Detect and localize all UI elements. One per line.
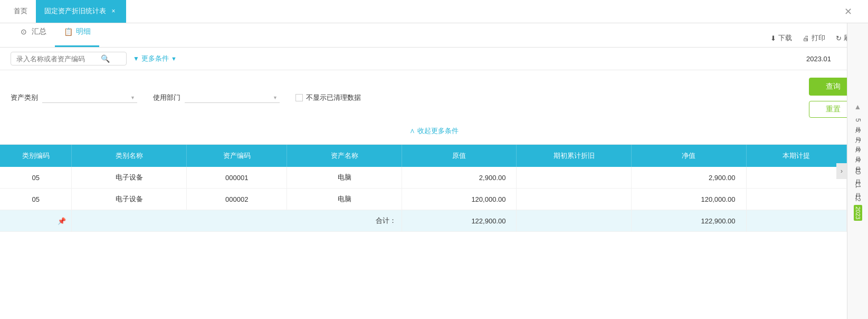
home-nav[interactable]: 首页 [5,6,36,16]
cell-asset-name: 电脑 [287,167,402,189]
summary-icon: ⊙ [19,27,28,36]
print-icon: 🖨 [803,34,809,42]
col-current-period: 本期计提 [746,145,846,167]
col-net-value: 净值 [632,145,747,167]
month-10[interactable]: 10月 [851,164,864,177]
col-category-name: 类别名称 [72,145,187,167]
hide-cleared-label: 不显示已清理数据 [306,93,361,102]
year-badge: 2023 [854,205,862,221]
window-close-btn[interactable]: ✕ [844,0,852,23]
download-icon: ⬇ [770,34,776,42]
cell-net-val: 2,900.00 [632,167,747,189]
hide-cleared-checkbox[interactable]: 不显示已清理数据 [295,93,361,102]
download-label: 下载 [778,33,792,43]
month-12[interactable]: 12月 [851,191,864,204]
table-total-row: 📌 合计： 122,900.00 122,900.00 [0,210,847,232]
month-8[interactable]: 8月 [851,145,864,155]
scroll-up-btn[interactable]: ▲ [854,102,862,111]
asset-type-label: 资产类别 [11,93,38,102]
print-label: 打印 [812,33,825,43]
asset-type-select[interactable] [42,92,137,103]
department-select[interactable] [185,92,280,103]
department-filter: 使用部门 [153,92,280,103]
summary-label: 汇总 [32,27,46,36]
search-bar: 🔍 ▼ 更多条件 ▼ › 2023.01 [0,48,868,70]
cell-asset-name: 电脑 [287,189,402,210]
search-icon[interactable]: 🔍 [101,54,110,63]
chevron-down-icon: ▼ [171,55,177,62]
tab-label: 固定资产折旧统计表 [44,6,106,16]
department-select-wrapper[interactable] [185,92,280,103]
filter-panel: 资产类别 使用部门 不显示已清理数据 [0,70,868,145]
col-accumulated-dep: 期初累计折旧 [517,145,632,167]
date-nav-chevron[interactable]: › [836,163,847,179]
total-icon-cell: 📌 [0,210,72,232]
table-header-row: 类别编码 类别名称 资产编码 资产名称 原值 期初累计折旧 净值 本期计提 [0,145,847,167]
total-cur-period [746,210,846,232]
total-accum-dep [517,210,632,232]
col-original-value: 原值 [402,145,517,167]
more-conditions-label: 更多条件 [141,54,169,63]
month-11[interactable]: 11月 [851,178,864,191]
date-label: 2023.01 [806,55,831,63]
total-net-val: 122,900.00 [632,210,747,232]
asset-type-select-wrapper[interactable] [42,92,137,103]
filter-row-1: 资产类别 使用部门 不显示已清理数据 [11,78,857,118]
top-nav: 首页 固定资产折旧统计表 × ✕ [0,0,868,23]
table-row: 05 电子设备 000001 电脑 2,900.00 2,900.00 [0,167,847,189]
department-label: 使用部门 [153,93,180,102]
main-tab[interactable]: 固定资产折旧统计表 × [36,0,126,23]
col-category-code: 类别编码 [0,145,72,167]
more-conditions-btn[interactable]: ▼ 更多条件 ▼ [133,54,177,63]
cell-asset-code: 000001 [187,167,287,189]
tab-close-icon[interactable]: × [109,7,118,15]
month-sidebar: ▲ 5月 6月 7月 8月 9月 10月 11月 12月 2023 [847,23,868,319]
collapse-icon: ∧ [409,127,415,135]
tab-summary[interactable]: ⊙ 汇总 [11,23,55,47]
detail-icon: 📋 [63,27,73,36]
cell-asset-code: 000002 [187,189,287,210]
month-9[interactable]: 9月 [851,155,864,165]
cell-accum-dep [517,167,632,189]
checkbox-icon [295,94,303,101]
cell-accum-dep [517,189,632,210]
download-button[interactable]: ⬇ 下载 [770,33,792,43]
total-label-cell: 合计： [72,210,402,232]
cell-cat-name: 电子设备 [72,167,187,189]
cell-cat-name: 电子设备 [72,189,187,210]
cell-orig-val: 2,900.00 [402,167,517,189]
month-7[interactable]: 7月 [851,135,864,145]
col-asset-name: 资产名称 [287,145,402,167]
table-row: 05 电子设备 000002 电脑 120,000.00 120,000.00 [0,189,847,210]
data-table: 类别编码 类别名称 资产编码 资产名称 原值 期初累计折旧 净值 本期计提 05… [0,145,847,232]
cell-cat-code: 05 [0,167,72,189]
cell-net-val: 120,000.00 [632,189,747,210]
month-5[interactable]: 5月 [851,115,864,125]
asset-type-filter: 资产类别 [11,92,137,103]
cell-orig-val: 120,000.00 [402,189,517,210]
sub-tabs-bar: ⊙ 汇总 📋 明细 ⬇ 下载 🖨 打印 ↻ 刷新 [0,23,868,48]
filter-icon: ▼ [133,55,139,62]
cell-cat-code: 05 [0,189,72,210]
search-input[interactable] [16,55,101,63]
cell-cur-period [746,167,846,189]
toolbar-right: ⬇ 下载 🖨 打印 ↻ 刷新 [770,33,857,47]
collapse-label: 收起更多条件 [417,127,459,135]
search-input-wrapper[interactable]: 🔍 [11,52,127,65]
month-6[interactable]: 6月 [851,125,864,135]
col-asset-code: 资产编码 [187,145,287,167]
main-content: ⊙ 汇总 📋 明细 ⬇ 下载 🖨 打印 ↻ 刷新 🔍 [0,23,868,319]
cell-cur-period [746,189,846,210]
total-orig-val: 122,900.00 [402,210,517,232]
tab-detail[interactable]: 📋 明细 [55,23,99,47]
refresh-icon: ↻ [836,34,842,42]
data-table-wrapper: 类别编码 类别名称 资产编码 资产名称 原值 期初累计折旧 净值 本期计提 05… [0,145,868,319]
collapse-bar[interactable]: ∧ 收起更多条件 [11,123,857,140]
detail-label: 明细 [76,27,91,36]
print-button[interactable]: 🖨 打印 [803,33,825,43]
